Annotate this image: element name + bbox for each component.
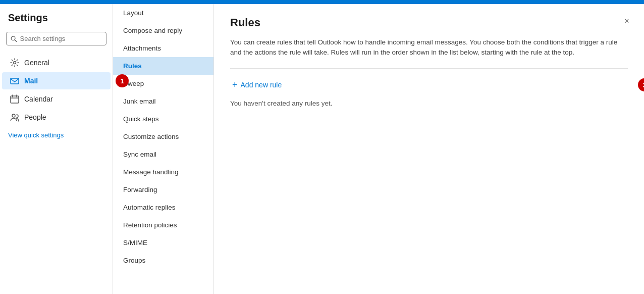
mid-nav-item-quick-steps[interactable]: Quick steps [113, 110, 213, 128]
nav-item-mail[interactable]: Mail 1 [2, 72, 111, 89]
nav-label-calendar: Calendar [24, 95, 53, 103]
mid-nav-item-compose-reply[interactable]: Compose and reply [113, 22, 213, 39]
mid-nav-item-smime[interactable]: S/MIME [113, 234, 213, 252]
divider [230, 68, 628, 69]
mid-nav-item-retention-policies[interactable]: Retention policies [113, 216, 213, 234]
mid-nav-item-rules[interactable]: Rules 2 [113, 57, 213, 75]
sidebar: Settings General Mail 1 [0, 4, 113, 294]
search-input[interactable] [20, 35, 102, 42]
app-title: Settings [0, 12, 113, 32]
svg-point-2 [14, 62, 16, 64]
people-icon [10, 113, 19, 122]
mail-icon [10, 76, 19, 85]
plus-icon: + [232, 80, 238, 90]
nav-label-mail: Mail [24, 77, 38, 85]
page-title: Rules [230, 16, 628, 29]
gear-icon [10, 58, 19, 67]
top-bar [0, 0, 644, 4]
add-rule-label: Add new rule [241, 81, 282, 89]
svg-rect-3 [11, 78, 19, 84]
app-container: Settings General Mail 1 [0, 4, 644, 294]
search-icon [11, 35, 17, 42]
mid-nav-item-sweep[interactable]: Sweep [113, 75, 213, 92]
search-box[interactable] [6, 32, 106, 45]
mid-nav-item-sync-email[interactable]: Sync email [113, 145, 213, 163]
nav-item-calendar[interactable]: Calendar [2, 90, 111, 108]
close-button[interactable]: × [620, 14, 634, 28]
calendar-icon [10, 94, 19, 104]
empty-rules-message: You haven't created any rules yet. [230, 100, 628, 107]
nav-label-general: General [24, 59, 49, 67]
nav-item-people[interactable]: People [2, 109, 111, 126]
svg-point-5 [12, 114, 15, 117]
mid-nav: Layout Compose and reply Attachments Rul… [113, 4, 214, 294]
mid-nav-item-forwarding[interactable]: Forwarding [113, 181, 213, 199]
main-content: Rules × You can create rules that tell O… [214, 4, 644, 294]
view-quick-settings-link[interactable]: View quick settings [0, 127, 113, 143]
mid-nav-item-junk-email[interactable]: Junk email [113, 92, 213, 110]
svg-line-1 [15, 39, 17, 41]
nav-item-general[interactable]: General [2, 54, 111, 71]
rules-description: You can create rules that tell Outlook h… [230, 37, 628, 58]
nav-label-people: People [24, 113, 46, 121]
mid-nav-item-customize-actions[interactable]: Customize actions [113, 128, 213, 145]
mid-nav-item-message-handling[interactable]: Message handling [113, 163, 213, 181]
add-new-rule-button[interactable]: + Add new rule 3 [230, 77, 628, 93]
mid-nav-item-layout[interactable]: Layout [113, 4, 213, 22]
svg-rect-4 [11, 96, 19, 103]
annotation-badge-1: 1 [116, 74, 129, 87]
mid-nav-item-automatic-replies[interactable]: Automatic replies [113, 199, 213, 216]
mid-nav-item-attachments[interactable]: Attachments [113, 39, 213, 57]
mid-nav-item-groups[interactable]: Groups [113, 252, 213, 269]
annotation-badge-3: 3 [638, 78, 644, 91]
